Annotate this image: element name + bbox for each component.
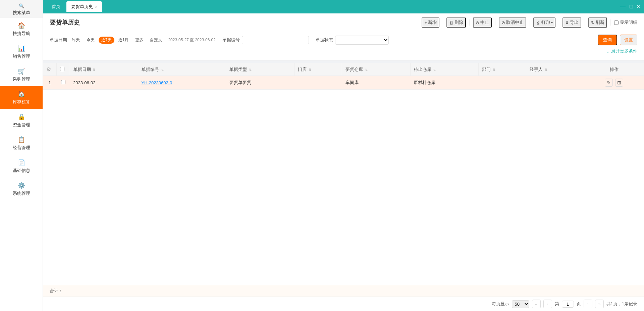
status-select[interactable] bbox=[335, 36, 389, 45]
export-button[interactable]: ⬇ 导出 bbox=[562, 17, 581, 28]
minimize-icon[interactable]: — bbox=[620, 4, 626, 10]
close-window-icon[interactable]: × bbox=[637, 4, 640, 10]
sidebar-item-search-menu[interactable]: 🔍 搜索菜单 bbox=[0, 0, 43, 18]
tab-requisition-history[interactable]: 要货单历史 × bbox=[66, 1, 102, 12]
row-checkbox[interactable] bbox=[61, 80, 65, 84]
edit-row-button[interactable]: ✎ bbox=[605, 79, 613, 87]
next-page-button[interactable]: › bbox=[584, 300, 592, 308]
stop-label: 中止 bbox=[480, 19, 489, 26]
first-page-button[interactable]: « bbox=[532, 300, 541, 308]
toolbar: + 新增 🗑 删除 ⊘ 中止 ⊘ bbox=[422, 17, 637, 28]
sort-pending-warehouse-icon: ⇅ bbox=[433, 68, 436, 72]
page-title-row: 要货单历史 + 新增 🗑 删除 ⊘ 中止 bbox=[50, 17, 637, 28]
tab-bar: 首页 要货单历史 × — □ × bbox=[43, 0, 644, 13]
date-btn-more[interactable]: 更多 bbox=[132, 37, 146, 44]
date-btn-today[interactable]: 今天 bbox=[84, 37, 97, 44]
sidebar-item-system-mgmt-label: 系统管理 bbox=[13, 190, 30, 196]
date-btn-yesterday[interactable]: 昨天 bbox=[69, 37, 83, 44]
table-row: 1 2023-06-02 YH-20230602-0 要货单要货 bbox=[43, 76, 644, 90]
cancel-stop-button[interactable]: ⊘ 取消中止 bbox=[499, 17, 526, 28]
sidebar-item-ops-mgmt[interactable]: 📋 经营管理 bbox=[0, 132, 43, 155]
sidebar-item-finance-mgmt[interactable]: 🔒 资金管理 bbox=[0, 109, 43, 132]
td-operation: ✎ ⊞ bbox=[584, 76, 644, 90]
prev-page-button[interactable]: ‹ bbox=[543, 300, 552, 308]
table-body: 1 2023-06-02 YH-20230602-0 要货单要货 bbox=[43, 76, 644, 90]
column-settings-icon[interactable]: ⚙ bbox=[46, 66, 51, 72]
export-icon: ⬇ bbox=[565, 20, 569, 25]
sidebar-item-inventory[interactable]: 🏠 库存核算 bbox=[0, 86, 43, 109]
sidebar-item-basic-info[interactable]: 📄 基础信息 bbox=[0, 155, 43, 178]
stop-icon: ⊘ bbox=[476, 20, 479, 25]
last-page-button[interactable]: » bbox=[595, 300, 604, 308]
print-arrow-icon: ▾ bbox=[551, 21, 553, 25]
table-area: ⚙ 单据日期 ⇅ 单据编号 ⇅ bbox=[43, 63, 644, 297]
expand-arrow-icon: ⌄ bbox=[606, 49, 610, 54]
divider5 bbox=[559, 19, 559, 26]
row-doc-no-link[interactable]: YH-20230602-0 bbox=[141, 80, 172, 85]
per-page-select[interactable]: 50 20 100 200 bbox=[512, 300, 529, 308]
delete-button[interactable]: 🗑 删除 bbox=[446, 17, 466, 28]
delete-label: 删除 bbox=[454, 19, 463, 26]
expand-label: 展开更多条件 bbox=[611, 48, 637, 54]
date-btn-1month[interactable]: 近1月 bbox=[116, 37, 131, 44]
cancel-stop-label: 取消中止 bbox=[506, 19, 524, 26]
tab-close-icon[interactable]: × bbox=[95, 4, 97, 9]
table-footer: 合计： bbox=[43, 285, 644, 297]
sidebar-item-quick-nav[interactable]: 🏠 快捷导航 bbox=[0, 18, 43, 41]
th-store[interactable]: 门店 ⇅ bbox=[294, 63, 342, 76]
th-doc-no[interactable]: 单据编号 ⇅ bbox=[138, 63, 226, 76]
stop-button[interactable]: ⊘ 中止 bbox=[473, 17, 492, 28]
sidebar-item-sales-mgmt[interactable]: 📊 销售管理 bbox=[0, 41, 43, 63]
per-page-label: 每页显示 bbox=[492, 301, 509, 307]
th-req-warehouse[interactable]: 要货仓库 ⇅ bbox=[342, 63, 410, 76]
tab-home[interactable]: 首页 bbox=[47, 1, 65, 12]
th-pending-warehouse[interactable]: 待出仓库 ⇅ bbox=[410, 63, 478, 76]
sidebar-item-sales-mgmt-label: 销售管理 bbox=[13, 53, 30, 59]
sidebar-item-purchase-mgmt[interactable]: 🛒 采购管理 bbox=[0, 63, 43, 86]
th-doc-date[interactable]: 单据日期 ⇅ bbox=[70, 63, 138, 76]
delete-icon: 🗑 bbox=[449, 20, 453, 25]
td-row-checkbox bbox=[56, 76, 70, 90]
maximize-icon[interactable]: □ bbox=[630, 4, 633, 10]
th-checkbox bbox=[56, 63, 70, 76]
tab-bar-right: — □ × bbox=[620, 4, 640, 10]
row-req-warehouse: 车间库 bbox=[345, 80, 359, 85]
date-range-display: 2023-05-27 至 2023-06-02 bbox=[168, 37, 215, 43]
sidebar-item-inventory-label: 库存核算 bbox=[13, 99, 30, 105]
divider3 bbox=[495, 19, 495, 26]
expand-more-conditions[interactable]: ⌄ 展开更多条件 bbox=[606, 48, 637, 54]
th-doc-type[interactable]: 单据类型 ⇅ bbox=[226, 63, 294, 76]
doc-no-filter-group: 单据编号 bbox=[222, 36, 309, 44]
main-area: 首页 要货单历史 × — □ × 要货单历史 + 新增 bbox=[43, 0, 644, 311]
query-button[interactable]: 查询 bbox=[598, 35, 617, 45]
sort-handler-icon: ⇅ bbox=[545, 68, 547, 72]
th-handler[interactable]: 经手人 ⇅ bbox=[526, 63, 584, 76]
chart-icon: 📊 bbox=[18, 45, 25, 52]
add-icon: + bbox=[424, 20, 427, 25]
filter-row-2: ⌄ 展开更多条件 bbox=[50, 48, 637, 54]
sidebar-item-basic-info-label: 基础信息 bbox=[13, 168, 30, 174]
settings-button[interactable]: 设置 bbox=[620, 35, 637, 45]
export-label: 导出 bbox=[570, 19, 579, 26]
lock-icon: 🔒 bbox=[18, 113, 25, 121]
print-button[interactable]: 🖨 打印 ▾ bbox=[533, 17, 555, 28]
refresh-icon: ↻ bbox=[591, 20, 595, 25]
display-cells-input[interactable] bbox=[614, 20, 619, 25]
sidebar-item-system-mgmt[interactable]: ⚙️ 系统管理 bbox=[0, 178, 43, 201]
td-department bbox=[479, 76, 526, 90]
date-btn-7days[interactable]: 近7天 bbox=[99, 37, 114, 44]
th-operation-label: 操作 bbox=[610, 67, 619, 72]
search-icon: 🔍 bbox=[19, 3, 24, 8]
row-doc-date: 2023-06-02 bbox=[73, 80, 96, 85]
page-input[interactable] bbox=[562, 301, 574, 308]
doc-no-input[interactable] bbox=[242, 36, 309, 44]
select-all-checkbox[interactable] bbox=[60, 67, 64, 71]
date-filter-group: 单据日期 昨天 今天 近7天 近1月 更多 自定义 2023-05-27 至 2… bbox=[50, 37, 216, 44]
footer-total-label: 合计： bbox=[50, 288, 63, 294]
delete-row-button[interactable]: ⊞ bbox=[615, 79, 623, 87]
add-button[interactable]: + 新增 bbox=[422, 17, 439, 28]
date-btn-custom[interactable]: 自定义 bbox=[147, 37, 165, 44]
refresh-button[interactable]: ↻ 刷新 bbox=[588, 17, 607, 28]
display-cells-checkbox[interactable]: 显示明细 bbox=[614, 19, 637, 26]
th-department[interactable]: 部门 ⇅ bbox=[479, 63, 526, 76]
